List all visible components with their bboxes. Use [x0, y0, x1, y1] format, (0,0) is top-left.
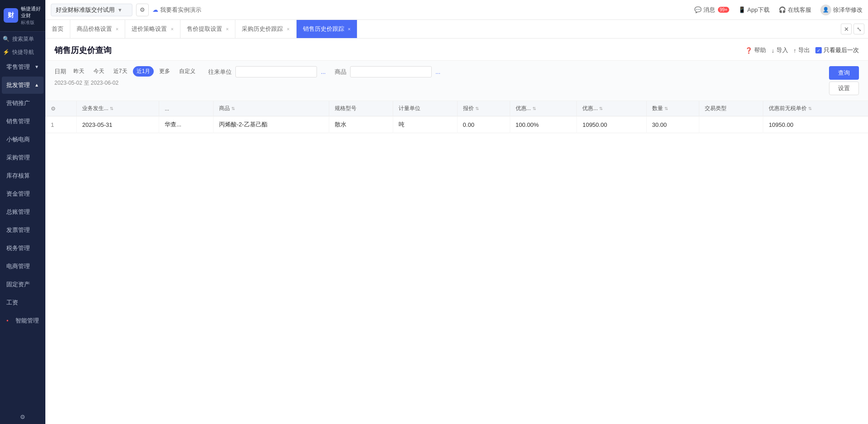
- export-label: 导出: [798, 46, 810, 54]
- sidebar-item-assets[interactable]: 固定资产: [2, 276, 44, 293]
- cell-pretax-price: 10950.00: [763, 116, 868, 133]
- sidebar-settings-btn[interactable]: ⚙: [0, 410, 45, 424]
- demo-icon: ☁: [152, 6, 158, 13]
- tab-purchase-strategy-close-icon[interactable]: ×: [171, 26, 173, 32]
- date-btn-more[interactable]: 更多: [156, 66, 174, 77]
- tab-sale-history[interactable]: 销售历史价跟踪 ×: [297, 20, 357, 38]
- th-discount-price[interactable]: 优惠...⇅: [577, 101, 646, 116]
- date-btn-today[interactable]: 今天: [90, 66, 108, 77]
- th-quantity[interactable]: 数量⇅: [646, 101, 699, 116]
- tab-close-all-btn[interactable]: ✕: [841, 24, 852, 34]
- tab-product-price-close-icon[interactable]: ×: [116, 26, 118, 32]
- date-btn-last7[interactable]: 近7天: [110, 66, 131, 77]
- sidebar-item-inventory-label: 库存核算: [6, 172, 30, 180]
- from-unit-filter: 往来单位 ...: [208, 66, 326, 77]
- sidebar-item-tax[interactable]: 税务管理: [2, 240, 44, 257]
- sidebar-item-marketing-label: 营销推广: [6, 99, 30, 107]
- sidebar-item-salary[interactable]: 工资: [2, 294, 44, 311]
- th-more-label: ...: [165, 106, 169, 112]
- sidebar-item-marketing[interactable]: 营销推广: [2, 95, 44, 112]
- th-biz-date[interactable]: 业务发生...⇅: [77, 101, 159, 116]
- th-quoted-price[interactable]: 报价⇅: [457, 101, 510, 116]
- sidebar-item-ecommerce-small[interactable]: 小畅电商: [2, 131, 44, 148]
- sidebar-item-sales[interactable]: 销售管理: [2, 113, 44, 130]
- download-icon: 📱: [738, 6, 746, 13]
- tab-purchase-history[interactable]: 采购历史价跟踪 ×: [235, 20, 296, 38]
- product-input[interactable]: [350, 66, 432, 77]
- tab-sale-extract-close-icon[interactable]: ×: [226, 26, 229, 32]
- import-icon: ↓: [771, 47, 775, 54]
- messages-btn[interactable]: 💬 消息 99+: [694, 6, 729, 14]
- sidebar-item-inventory[interactable]: 库存核算: [2, 167, 44, 184]
- topbar-settings-btn[interactable]: ⚙: [136, 4, 149, 16]
- sidebar-item-retail[interactable]: 零售管理 ▼: [2, 58, 44, 76]
- help-label: 帮助: [754, 46, 766, 54]
- sidebar-item-intelligent-label: 智能管理: [15, 317, 39, 325]
- from-unit-input[interactable]: [235, 66, 317, 77]
- tab-purchase-strategy[interactable]: 进价策略设置 ×: [125, 20, 180, 38]
- sidebar-item-purchase[interactable]: 采购管理: [2, 149, 44, 166]
- table-gear-icon: ⚙: [51, 106, 56, 112]
- query-btn[interactable]: 查询: [829, 66, 859, 80]
- sidebar-item-intelligent[interactable]: 智能管理: [2, 312, 44, 329]
- only-last-checkbox[interactable]: 只看最后一次: [815, 46, 859, 54]
- sidebar-item-ledger[interactable]: 总账管理: [2, 203, 44, 221]
- online-service-label: 在线客服: [788, 6, 811, 14]
- sidebar-item-invoice[interactable]: 发票管理: [2, 222, 44, 239]
- set-btn[interactable]: 设置: [829, 82, 859, 95]
- tab-home-label: 首页: [52, 25, 63, 33]
- sidebar-item-ecommerce[interactable]: 电商管理: [2, 258, 44, 275]
- tab-purchase-history-close-icon[interactable]: ×: [287, 26, 289, 32]
- cell-quantity: 30.00: [646, 116, 699, 133]
- sort-icon-pretax: ⇅: [808, 106, 812, 111]
- sidebar-item-finance-label: 资金管理: [6, 190, 30, 198]
- th-pretax-price[interactable]: 优惠前无税单价⇅: [763, 101, 868, 116]
- online-service-btn[interactable]: 🎧 在线客服: [779, 6, 811, 14]
- th-gear[interactable]: ⚙: [45, 101, 77, 116]
- sort-icon-quantity: ⇅: [664, 106, 668, 111]
- cell-quoted-price: 0.00: [457, 116, 510, 133]
- demo-btn[interactable]: ☁ 我要看实例演示: [152, 6, 201, 14]
- th-discount-price-label: 优惠...: [582, 105, 598, 112]
- sidebar-item-sales-label: 销售管理: [6, 117, 30, 125]
- tab-sale-extract[interactable]: 售价提取设置 ×: [180, 20, 235, 38]
- sidebar-item-wholesale[interactable]: 批发管理 ▲: [2, 77, 44, 94]
- tab-expand-btn[interactable]: ⤡: [853, 24, 864, 34]
- import-btn[interactable]: ↓ 导入: [771, 46, 788, 54]
- logo-text: 畅捷通好业财: [21, 5, 42, 19]
- user-avatar: 👤: [820, 5, 831, 15]
- sidebar-search-menu[interactable]: 🔍 搜索菜单: [0, 32, 45, 47]
- th-more[interactable]: ...: [159, 101, 214, 116]
- tab-sale-history-close-icon[interactable]: ×: [348, 26, 351, 32]
- th-spec[interactable]: 规格型号: [329, 101, 393, 116]
- th-discount-rate[interactable]: 优惠...⇅: [510, 101, 577, 116]
- app-download-btn[interactable]: 📱 App下载: [738, 6, 770, 14]
- th-quantity-label: 数量: [652, 105, 663, 112]
- product-more-btn[interactable]: ...: [435, 68, 440, 75]
- sidebar-quick-nav-label: 快捷导航: [12, 48, 34, 56]
- cell-more: 华查...: [159, 116, 214, 133]
- chevron-up-icon: ▲: [34, 82, 39, 87]
- tab-product-price-label: 商品价格设置: [77, 25, 112, 33]
- only-last-label: 只看最后一次: [824, 46, 859, 54]
- tab-home[interactable]: 首页: [45, 20, 70, 38]
- export-btn[interactable]: ↑ 导出: [794, 46, 810, 54]
- date-btn-custom[interactable]: 自定义: [176, 66, 199, 77]
- help-icon: ❓: [745, 47, 752, 54]
- sidebar-item-finance[interactable]: 资金管理: [2, 185, 44, 202]
- from-unit-more-btn[interactable]: ...: [321, 68, 326, 75]
- sort-icon-discount-price: ⇅: [599, 106, 603, 111]
- sidebar-quick-nav[interactable]: ⚡ 快捷导航: [0, 47, 45, 58]
- help-btn[interactable]: ❓ 帮助: [745, 46, 766, 54]
- user-menu[interactable]: 👤 徐泽华修改: [820, 5, 863, 15]
- logo-icon: 财: [4, 8, 18, 23]
- quick-nav-icon: ⚡: [3, 49, 10, 55]
- app-selector[interactable]: 好业财标准版交付试用 ▼: [51, 4, 132, 16]
- tab-product-price[interactable]: 商品价格设置 ×: [70, 20, 125, 38]
- main-area: 好业财标准版交付试用 ▼ ⚙ ☁ 我要看实例演示 💬 消息 99+ 📱 App下…: [45, 0, 868, 424]
- th-unit[interactable]: 计量单位: [393, 101, 457, 116]
- date-btn-yesterday[interactable]: 昨天: [70, 66, 88, 77]
- th-transaction-type[interactable]: 交易类型: [699, 101, 763, 116]
- date-btn-last1month[interactable]: 近1月: [133, 66, 154, 77]
- th-product[interactable]: 商品⇅: [213, 101, 329, 116]
